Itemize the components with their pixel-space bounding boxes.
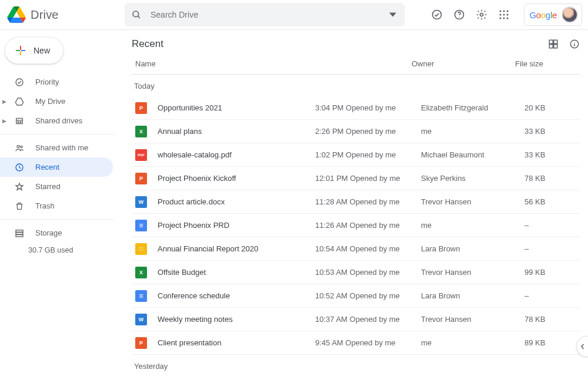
file-row[interactable]: Project Phoenix PRD11:26 AM Opened by me… xyxy=(132,214,580,237)
file-row[interactable]: Opportunities 20213:04 PM Opened by meEl… xyxy=(132,96,580,120)
file-size: 99 KB xyxy=(524,268,580,277)
svg-point-13 xyxy=(503,17,505,19)
svg-point-20 xyxy=(21,146,22,147)
settings-gear-icon[interactable] xyxy=(475,8,489,22)
file-time: 11:26 AM Opened by me xyxy=(315,221,421,230)
ppt-file-icon xyxy=(135,173,147,184)
file-row[interactable]: Offsite Budget10:53 AM Opened by meTrevo… xyxy=(132,261,580,284)
file-time: 3:04 PM Opened by me xyxy=(315,103,421,112)
svg-rect-24 xyxy=(16,234,23,236)
file-name: Annual plans xyxy=(158,127,315,136)
svg-point-18 xyxy=(20,122,21,123)
sheet-file-icon xyxy=(135,267,147,278)
doc-file-icon xyxy=(135,290,147,302)
expand-chevron-icon[interactable]: ▶ xyxy=(2,118,6,124)
file-owner: Elizabeth Fitzgerald xyxy=(421,103,524,112)
file-owner: Trevor Hansen xyxy=(421,268,524,277)
file-name: Project Phoenix PRD xyxy=(158,221,315,230)
search-input[interactable] xyxy=(151,10,386,19)
sidebar-item-trash[interactable]: Trash xyxy=(0,196,113,216)
file-row[interactable]: Product article.docx11:28 AM Opened by m… xyxy=(132,190,580,214)
sidebar-item-storage[interactable]: Storage xyxy=(0,223,113,243)
file-size: 20 KB xyxy=(524,103,580,112)
page-title: Recent xyxy=(132,38,548,50)
user-avatar[interactable] xyxy=(562,6,578,23)
sidebar-label: Starred xyxy=(35,182,61,191)
sidebar-label: Shared drives xyxy=(35,116,82,125)
trash-icon xyxy=(14,201,25,211)
sidebar: New Priority▶My Drive▶Shared drives Shar… xyxy=(0,30,123,389)
logo-area[interactable]: Drive xyxy=(7,6,125,23)
sidebar-item-shared-drives[interactable]: ▶Shared drives xyxy=(0,111,113,130)
sheet-file-icon xyxy=(135,126,147,137)
sidebar-item-shared-with-me[interactable]: Shared with me xyxy=(0,138,113,157)
app-header: Drive Google xyxy=(0,0,588,30)
mydrive-icon xyxy=(14,97,25,106)
sidebar-label: Priority xyxy=(35,78,59,86)
file-name: Product article.docx xyxy=(158,197,315,206)
app-title: Drive xyxy=(31,8,59,22)
file-row[interactable]: Annual plans2:26 PM Opened by meme33 KB xyxy=(132,120,580,143)
file-name: Project Phoenix Kickoff xyxy=(158,174,315,183)
slides-file-icon xyxy=(135,243,147,255)
file-row[interactable]: Annual Financial Report 202010:54 AM Ope… xyxy=(132,237,580,261)
file-time: 11:28 AM Opened by me xyxy=(315,197,421,206)
sidebar-item-priority[interactable]: Priority xyxy=(0,72,113,92)
new-button-label: New xyxy=(34,46,50,55)
file-row[interactable]: wholesale-catalog.pdf1:02 PM Opened by m… xyxy=(132,143,580,167)
file-row[interactable]: Conference schedule10:52 AM Opened by me… xyxy=(132,284,580,308)
recent-icon xyxy=(14,163,25,172)
help-icon[interactable] xyxy=(452,8,466,22)
svg-point-12 xyxy=(500,17,502,19)
file-row[interactable]: Client presentation9:45 AM Opened by mem… xyxy=(132,331,580,355)
file-name: wholesale-catalog.pdf xyxy=(158,150,315,159)
file-row[interactable]: Project Phoenix Kickoff12:01 PM Opened b… xyxy=(132,167,580,190)
svg-point-15 xyxy=(16,79,23,86)
star-icon xyxy=(14,182,25,191)
svg-rect-26 xyxy=(554,40,557,43)
col-owner[interactable]: Owner xyxy=(412,59,515,68)
search-bar[interactable] xyxy=(125,3,405,26)
column-headers: Name Owner File size xyxy=(132,55,580,75)
file-time: 12:01 PM Opened by me xyxy=(315,174,421,183)
search-icon[interactable] xyxy=(129,8,143,22)
svg-point-5 xyxy=(480,14,483,16)
details-info-icon[interactable] xyxy=(569,39,580,49)
pdf-file-icon xyxy=(135,149,147,161)
file-size: – xyxy=(524,221,580,230)
file-name: Client presentation xyxy=(158,338,315,347)
svg-point-31 xyxy=(574,42,574,42)
sidebar-item-my-drive[interactable]: ▶My Drive xyxy=(0,92,113,111)
svg-rect-23 xyxy=(16,232,23,234)
word-file-icon xyxy=(135,314,147,325)
shared-icon xyxy=(14,143,25,153)
main-panel: Recent Name Owner File size TodayOpportu… xyxy=(123,30,588,389)
apps-grid-icon[interactable] xyxy=(497,8,511,22)
word-file-icon xyxy=(135,196,147,208)
ready-offline-icon[interactable] xyxy=(430,8,444,22)
file-time: 10:37 AM Opened by me xyxy=(315,315,421,324)
account-chip[interactable]: Google xyxy=(524,4,582,26)
sidebar-label: Shared with me xyxy=(35,143,88,152)
file-owner: me xyxy=(421,127,524,136)
sidebar-item-starred[interactable]: Starred xyxy=(0,177,113,196)
sidebar-item-recent[interactable]: Recent xyxy=(0,157,113,177)
expand-chevron-icon[interactable]: ▶ xyxy=(2,99,6,105)
col-size[interactable]: File size xyxy=(515,59,580,68)
svg-rect-28 xyxy=(554,45,557,48)
file-time: 10:53 AM Opened by me xyxy=(315,268,421,277)
file-time: 2:26 PM Opened by me xyxy=(315,127,421,136)
svg-point-19 xyxy=(17,145,19,147)
file-size: 33 KB xyxy=(524,150,580,159)
header-actions: Google xyxy=(430,4,582,26)
drive-logo-icon xyxy=(7,6,26,23)
file-time: 10:54 AM Opened by me xyxy=(315,244,421,253)
svg-rect-25 xyxy=(549,40,553,43)
col-name[interactable]: Name xyxy=(135,59,306,68)
grid-view-icon[interactable] xyxy=(548,39,559,49)
file-row[interactable]: Weekly meeting notes10:37 AM Opened by m… xyxy=(132,308,580,331)
section-label: Yesterday xyxy=(132,355,580,376)
search-options-dropdown-icon[interactable] xyxy=(386,8,400,22)
new-button[interactable]: New xyxy=(5,37,64,64)
svg-point-11 xyxy=(507,14,509,15)
